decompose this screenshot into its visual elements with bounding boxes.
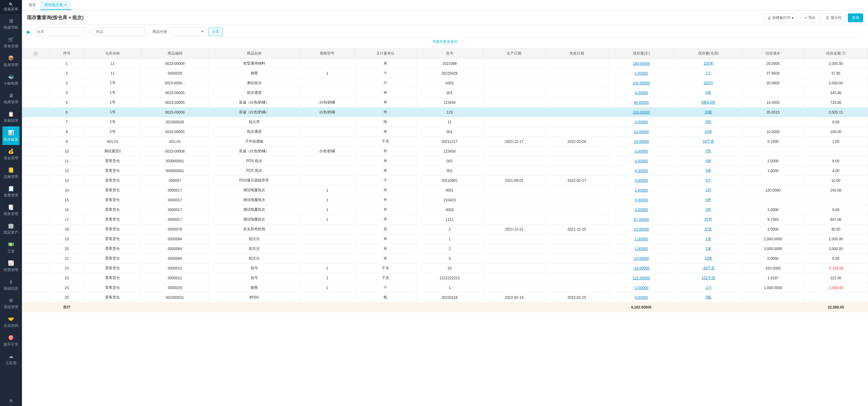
sidebar-item-retail[interactable]: 🛒零售管理 xyxy=(2,33,20,52)
display-columns-button[interactable]: ☰ 显示列 xyxy=(822,13,845,22)
settings-icon[interactable]: ⚙ xyxy=(0,396,22,406)
qty-link[interactable]: -16.00000 xyxy=(633,266,649,270)
table-row[interactable]: 25晋客货仓001000031鲜切A瓶202202162022-02-16202… xyxy=(22,293,868,302)
qty-link[interactable]: 1个 xyxy=(706,71,711,75)
sidebar-item-cloud-apps[interactable]: ☁云应用 xyxy=(2,350,20,369)
sidebar-item-ecom[interactable]: 🖥电商管理 xyxy=(2,89,20,108)
qty-link[interactable]: 10柜 xyxy=(705,110,712,114)
qty-link[interactable]: 0.00000 xyxy=(635,149,648,154)
sidebar-item-enterprise[interactable]: 🤝企业协同 xyxy=(2,313,20,331)
sidebar-item-finance[interactable]: 💰资金管理 xyxy=(2,145,20,164)
export-button[interactable]: ↗ 导出 xyxy=(800,13,819,22)
qty-link[interactable]: 2.00000 xyxy=(635,188,648,193)
qty-link[interactable]: 4.00000 xyxy=(635,169,648,173)
qty-link[interactable]: 1.00000 xyxy=(635,247,648,251)
qty-link[interactable]: 122千克 xyxy=(702,276,715,280)
qty-link[interactable]: 87件 xyxy=(705,217,712,222)
qty-link[interactable]: 10支 xyxy=(705,227,712,231)
qty-link[interactable]: 0.00000 xyxy=(635,178,648,183)
table-row[interactable]: 12晋客货仓000900001POS 批次米0014.000004米1.0000… xyxy=(22,166,868,176)
qty-link[interactable]: 100斤 xyxy=(704,81,713,85)
qty-link[interactable]: 1.00000 xyxy=(635,71,648,75)
print-button[interactable]: 🖨 按模板打印 ▾ xyxy=(764,13,798,22)
sidebar-item-ops[interactable]: 📈经营管理 xyxy=(2,257,20,275)
qty-link[interactable]: 1.00000 xyxy=(635,237,648,241)
expand-arrow[interactable]: ▶ xyxy=(27,29,30,35)
table-row[interactable]: 9A01-01A01-01子件促愿板千克202112172021-12-1720… xyxy=(22,137,868,146)
qty-link[interactable]: 49.60000 xyxy=(633,101,649,105)
qty-link[interactable]: 100.00000 xyxy=(632,81,650,85)
table-row[interactable]: 51号0023-00005富诚（白色/奶橘）白色/奶橘件12345649.600… xyxy=(22,98,868,107)
table-row[interactable]: 18晋客货仓0000078多头异色软线支22021-12-212021-12-2… xyxy=(22,225,868,234)
expand-more-btn[interactable]: ▼ 展开更多条件 xyxy=(27,38,863,46)
qty-link[interactable]: 3件 xyxy=(706,207,711,212)
qty-link[interactable]: 0.00000 xyxy=(635,296,648,300)
sidebar-item-inventory[interactable]: 📊库存核算 xyxy=(2,126,20,145)
query-button[interactable]: 查询 xyxy=(848,13,863,22)
table-row[interactable]: 41号0023-00005批次通货米0010.000000米445.86 xyxy=(22,88,868,98)
table-row[interactable]: 31号0023-0000...测试批次斤A001100.00000100斤20.… xyxy=(22,78,868,88)
sidebar-item-quick-nav[interactable]: ⊞快捷导航 xyxy=(2,14,20,33)
qty-link[interactable]: -1个 xyxy=(705,285,712,290)
sidebar-item-tax[interactable]: 📑税务管理 xyxy=(2,201,20,219)
sidebar-item-payroll[interactable]: 💵工资 xyxy=(2,238,20,257)
qty-link[interactable]: 0.00000 xyxy=(635,120,648,124)
sidebar-item-mini-ecom[interactable]: 🐳小鲸电商 xyxy=(2,71,20,89)
sidebar-item-purchase[interactable]: 📋采购管理 xyxy=(2,108,20,126)
sidebar-item-general-ledger[interactable]: 📒总账管理 xyxy=(2,164,20,182)
qty-link[interactable]: -1.00000 xyxy=(634,286,649,290)
qty-link[interactable]: 4米 xyxy=(706,159,711,163)
qty-link[interactable]: 10.00000 xyxy=(633,130,649,134)
table-row[interactable]: 19晋客货仓0000084批次次米11.000001米2,000.00002,0… xyxy=(22,234,868,244)
table-row[interactable]: 10测试通货20023-00008富诚（白色/奶橘）白色/奶橘件1234560.… xyxy=(22,146,868,156)
table-row[interactable]: 17晋客货仓0000017测试电覆批次1件111187.0000087件9.73… xyxy=(22,215,868,225)
table-row[interactable]: 61号0023-00008富诚（白色/奶橘）白色/奶橘件123100.00000… xyxy=(22,107,868,117)
sidebar-item-basic-info[interactable]: ℹ基础信息 xyxy=(2,276,20,294)
table-row[interactable]: 15晋客货仓0000017测试电覆批次1件2104230.000000件 xyxy=(22,195,868,205)
table-row[interactable]: 23晋客货仓0000012批号1千克1222222222122.00000122… xyxy=(22,273,868,283)
qty-link[interactable]: 10.00000 xyxy=(633,227,649,232)
qty-link[interactable]: 0米 xyxy=(706,91,711,95)
table-row[interactable]: 72号001000026批次库吨110.000000吨0.00 xyxy=(22,117,868,127)
table-row[interactable]: 1110023-00009软型通用物料米2021098100.00000100米… xyxy=(22,59,868,69)
qty-link[interactable]: 10.00000 xyxy=(633,139,649,144)
sidebar-item-sys-mgmt[interactable]: ⚙系统管理 xyxy=(2,294,20,313)
table-row[interactable]: 24晋客货仓0000029旗斯1个1-1.00000-1个1,000.0000-… xyxy=(22,283,868,293)
tab-inventory-batch[interactable]: 库存批次查✕ xyxy=(40,1,71,10)
qty-link[interactable]: 0.00000 xyxy=(635,91,648,95)
qty-link[interactable]: 4米 xyxy=(706,168,711,173)
qty-link[interactable]: 100.00000 xyxy=(632,110,650,114)
qty-link[interactable]: 0瓶 xyxy=(706,295,711,299)
qty-link[interactable]: 10.00000 xyxy=(633,257,649,261)
tab-close-icon[interactable]: ✕ xyxy=(64,3,67,7)
table-row[interactable]: 22晋客货仓0000012批号1千克33-16.00000-16千克333.00… xyxy=(22,264,868,273)
qty-link[interactable]: 100.00000 xyxy=(632,62,650,66)
warehouse-filter[interactable] xyxy=(34,27,85,36)
qty-link[interactable]: -16千克 xyxy=(702,266,715,270)
qty-link[interactable]: 122.00000 xyxy=(632,276,650,280)
settings-button[interactable]: 设置 xyxy=(209,28,223,36)
qty-link[interactable]: 4.00000 xyxy=(635,159,648,163)
tab-home[interactable]: 首页 xyxy=(24,1,40,10)
table-row[interactable]: 11晋客货仓000900001POS 批次米0024.000004米2.0000… xyxy=(22,156,868,166)
sidebar-search[interactable]: 🔍 搜索菜单 xyxy=(0,0,22,14)
table-row[interactable]: 82号0023-00005批次通货米00110.0000010米10.00001… xyxy=(22,127,868,137)
product-filter[interactable] xyxy=(93,27,145,36)
qty-link[interactable]: 0件 xyxy=(706,149,711,153)
qty-link[interactable]: 2件 xyxy=(706,188,711,192)
table-row[interactable]: 13晋客货仓000097POS显示器除异常个202109012021-09-01… xyxy=(22,176,868,185)
sidebar-item-fixed-assets[interactable]: 🏢固定资产 xyxy=(2,219,20,238)
table-row[interactable]: 20晋客货仓0000084批次次米21.000001米3,000.00003,0… xyxy=(22,244,868,254)
table-row[interactable]: 21晋客货仓0000084批次次米310.0000010米0.00000.00 xyxy=(22,254,868,264)
qty-link[interactable]: 4柜9.6件 xyxy=(701,100,716,104)
qty-link[interactable]: 10千克 xyxy=(703,139,714,143)
table-row[interactable]: 2110000029旗斯1个202204291.000001个37.950037… xyxy=(22,69,868,78)
table-row[interactable]: 14晋客货仓0000017测试电覆批次1件00012.000002件120.00… xyxy=(22,185,868,195)
qty-link[interactable]: 10米 xyxy=(705,130,712,134)
table-row[interactable]: 16晋客货仓0000017测试电覆批次1件00033.000003件3.0000… xyxy=(22,205,868,215)
qty-link[interactable]: 10米 xyxy=(705,256,712,261)
sidebar-item-invoice[interactable]: 🧾发票管理 xyxy=(2,182,20,201)
qty-link[interactable]: 0吨 xyxy=(706,120,711,124)
qty-link[interactable]: 1米 xyxy=(706,246,711,251)
qty-link[interactable]: 1米 xyxy=(706,237,711,241)
